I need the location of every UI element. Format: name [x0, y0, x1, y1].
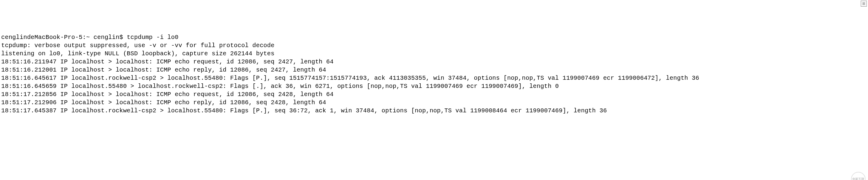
terminal-prompt: cenglindeMacBook-Pro-5:~ cenglin$	[1, 34, 127, 41]
watermark-text: 创新互联	[852, 178, 865, 180]
terminal-line: 18:51:17.645387 IP localhost.rockwell-cs…	[1, 107, 867, 115]
terminal-line: tcpdump: verbose output suppressed, use …	[1, 41, 867, 49]
terminal-command: tcpdump -i lo0	[127, 34, 179, 41]
terminal-line: 18:51:16.645617 IP localhost.rockwell-cs…	[1, 74, 867, 82]
terminal-line: 18:51:16.212001 IP localhost > localhost…	[1, 66, 867, 74]
scroll-indicator-icon[interactable]	[861, 1, 867, 7]
terminal-line: 18:51:17.212856 IP localhost > localhost…	[1, 90, 867, 99]
terminal-prompt-line: cenglindeMacBook-Pro-5:~ cenglin$ tcpdum…	[1, 33, 867, 41]
scroll-lines-icon	[862, 2, 866, 5]
terminal-line: 18:51:17.212906 IP localhost > localhost…	[1, 99, 867, 107]
terminal-line: 18:51:16.645659 IP localhost.55480 > loc…	[1, 82, 867, 90]
watermark-badge: 创新互联	[851, 172, 866, 180]
terminal-line: 18:51:16.211947 IP localhost > localhost…	[1, 58, 867, 66]
terminal-output: cenglindeMacBook-Pro-5:~ cenglin$ tcpdum…	[1, 33, 867, 115]
terminal-line: listening on lo0, link-type NULL (BSD lo…	[1, 49, 867, 58]
